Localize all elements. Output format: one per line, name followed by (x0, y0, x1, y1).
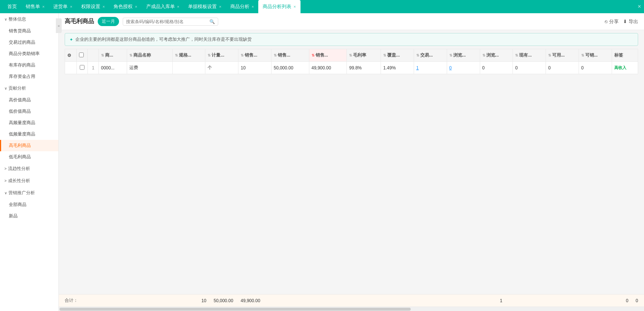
sidebar-item-low-margin-goods[interactable]: 低毛利商品 (0, 151, 58, 163)
row-tag: 高收入 (612, 62, 638, 74)
nav-close-product-analysis-list[interactable]: × (294, 4, 296, 9)
row-code: 0000... (99, 62, 127, 74)
nav-item-product-analysis[interactable]: 商品分析× (226, 0, 258, 13)
search-box: 🔍 (123, 18, 218, 26)
search-input[interactable] (126, 19, 209, 24)
col-unit[interactable]: ⇅计量... (205, 49, 238, 62)
nav-item-role-permission[interactable]: 角色授权× (109, 0, 141, 13)
horizontal-scrollbar[interactable] (59, 307, 644, 311)
col-available-stock[interactable]: ⇅可用... (546, 49, 579, 62)
col-sales-cost[interactable]: ⇅销售... (309, 49, 347, 62)
col-trade-count[interactable]: ⇅交易... (414, 49, 447, 62)
col-name[interactable]: ⇅商品名称 (127, 49, 172, 62)
nav-item-permission-settings[interactable]: 权限设置× (77, 0, 109, 13)
nav-close-product-entry[interactable]: × (177, 4, 179, 9)
col-code[interactable]: ⇅商... (99, 49, 127, 62)
col-checkbox (77, 49, 88, 62)
row-sales-cost: 49,900.00 (309, 62, 347, 74)
col-settings[interactable]: ⚙ (65, 49, 77, 62)
summary-current-stock: 0 (626, 298, 629, 303)
col-coverage[interactable]: ⇅覆盖... (381, 49, 414, 62)
table-container[interactable]: ⚙ ⇅商... ⇅商品名称 ⇅规格... ⇅计量... ⇅销售... ⇅销售..… (59, 49, 644, 294)
col-num (88, 49, 99, 62)
sidebar-item-all-goods[interactable]: 全部商品 (0, 199, 58, 210)
row-num: 1 (88, 62, 99, 74)
nav-close-purchase-order[interactable]: × (70, 4, 72, 9)
table-header-row: ⚙ ⇅商... ⇅商品名称 ⇅规格... ⇅计量... ⇅销售... ⇅销售..… (65, 49, 638, 62)
nav-item-template-settings[interactable]: 单据模板设置× (184, 0, 226, 13)
row-checkbox[interactable] (77, 62, 88, 74)
summary-bar: 合计： 10 50,000.00 49,900.00 1 0 0 (59, 294, 644, 307)
page-title: 高毛利商品 (65, 18, 94, 25)
sidebar-item-low-value-goods[interactable]: 低价值商品 (0, 106, 58, 117)
sidebar-group-marketing-analysis[interactable]: ∨营销推广分析 (0, 187, 58, 199)
share-button[interactable]: ⎋ 分享 (605, 18, 619, 25)
sidebar: ∨整体信息销售货商品交易过的商品商品分类助销率有库存的商品库存资金占用∨贡献分析… (0, 13, 59, 311)
row-browse2: 0 (480, 62, 513, 74)
select-all-checkbox[interactable] (79, 53, 84, 57)
sidebar-group-growth-analysis[interactable]: >成长性分析 (0, 175, 58, 187)
sidebar-item-traded-goods[interactable]: 交易过的商品 (0, 37, 58, 48)
sidebar-item-low-freq-goods[interactable]: 低频量度商品 (0, 129, 58, 140)
row-trade-count[interactable]: 1 (414, 62, 447, 74)
col-tag: 标签 (612, 49, 638, 62)
sidebar-item-inventory-fund[interactable]: 库存资金占用 (0, 71, 58, 82)
table-row: 10000...运费个1050,000.0049,900.0099.8%1.49… (65, 62, 638, 74)
row-saleable-stock: 0 (579, 62, 612, 74)
sidebar-item-sales-goods[interactable]: 销售货商品 (0, 25, 58, 37)
sidebar-item-goods-assist-rate[interactable]: 商品分类助销率 (0, 48, 58, 59)
nav-item-sales-order[interactable]: 销售单× (21, 0, 49, 13)
info-banner-text: 企业的主要的利润都是这部分商品创造的，可考虑加大推广，同时关注库存是不要出现缺货 (75, 36, 252, 43)
content-area: 高毛利商品 近一月 🔍 ⎋ 分享 ⬇ 导出 ✦ 企业的主要的利润都是这部分商品创… (59, 13, 644, 311)
sidebar-collapse-button[interactable]: « (56, 18, 62, 33)
summary-sales-cost: 49,900.00 (241, 298, 260, 303)
col-saleable-stock[interactable]: ⇅可销... (579, 49, 612, 62)
export-icon: ⬇ (623, 19, 627, 24)
sidebar-item-inventory-goods[interactable]: 有库存的商品 (0, 59, 58, 71)
row-settings (65, 62, 77, 74)
share-icon: ⎋ (605, 19, 608, 24)
summary-label: 合计： (65, 297, 78, 304)
col-current-stock[interactable]: ⇅现有... (513, 49, 546, 62)
row-browse1[interactable]: 0 (447, 62, 480, 74)
close-all-tabs-button[interactable]: × (638, 3, 641, 10)
col-margin-rate[interactable]: ⇅毛利率 (347, 49, 381, 62)
sidebar-item-new-goods[interactable]: 新品 (0, 210, 58, 222)
nav-close-permission-settings[interactable]: × (102, 4, 105, 9)
sidebar-item-high-margin-goods[interactable]: 高毛利商品 (0, 140, 58, 151)
info-banner: ✦ 企业的主要的利润都是这部分商品创造的，可考虑加大推广，同时关注库存是不要出现… (65, 33, 638, 46)
col-sales-qty[interactable]: ⇅销售... (238, 49, 271, 62)
summary-available-stock: 0 (636, 298, 638, 303)
summary-trade-count: 1 (500, 298, 503, 303)
nav-item-product-analysis-list[interactable]: 商品分析列表× (258, 0, 300, 13)
nav-close-sales-order[interactable]: × (42, 4, 44, 9)
scrollbar-thumb[interactable] (60, 308, 411, 311)
sidebar-group-wealth-analysis[interactable]: ∨贡献分析 (0, 82, 58, 94)
product-table: ⚙ ⇅商... ⇅商品名称 ⇅规格... ⇅计量... ⇅销售... ⇅销售..… (65, 49, 638, 74)
header-actions: ⎋ 分享 ⬇ 导出 (605, 18, 638, 25)
filter-recent-month-button[interactable]: 近一月 (98, 17, 119, 26)
sidebar-group-trend-analysis[interactable]: >流趋性分析 (0, 163, 58, 175)
row-current-stock: 0 (513, 62, 546, 74)
col-spec[interactable]: ⇅规格... (172, 49, 205, 62)
sidebar-item-high-value-goods[interactable]: 高价值商品 (0, 94, 58, 106)
col-browse1[interactable]: ⇅浏览... (447, 49, 480, 62)
nav-close-product-analysis[interactable]: × (252, 4, 254, 9)
export-button[interactable]: ⬇ 导出 (623, 18, 638, 25)
summary-sales-qty: 10 (201, 298, 206, 303)
row-coverage: 1.49% (381, 62, 414, 74)
sidebar-item-high-freq-goods[interactable]: 高频量度商品 (0, 117, 58, 129)
nav-close-role-permission[interactable]: × (135, 4, 137, 9)
content-header: 高毛利商品 近一月 🔍 ⎋ 分享 ⬇ 导出 (59, 13, 644, 30)
nav-item-home[interactable]: 首页 (3, 0, 21, 13)
row-unit: 个 (205, 62, 238, 74)
main-layout: ∨整体信息销售货商品交易过的商品商品分类助销率有库存的商品库存资金占用∨贡献分析… (0, 13, 644, 311)
row-sales-qty: 10 (238, 62, 271, 74)
col-sales-amount[interactable]: ⇅销售... (271, 49, 309, 62)
nav-item-product-entry[interactable]: 产成品入库单× (142, 0, 184, 13)
col-browse2[interactable]: ⇅浏览... (480, 49, 513, 62)
nav-close-template-settings[interactable]: × (219, 4, 221, 9)
sidebar-group-overall-info[interactable]: ∨整体信息 (0, 13, 58, 25)
search-icon[interactable]: 🔍 (209, 19, 215, 24)
nav-item-purchase-order[interactable]: 进货单× (49, 0, 76, 13)
